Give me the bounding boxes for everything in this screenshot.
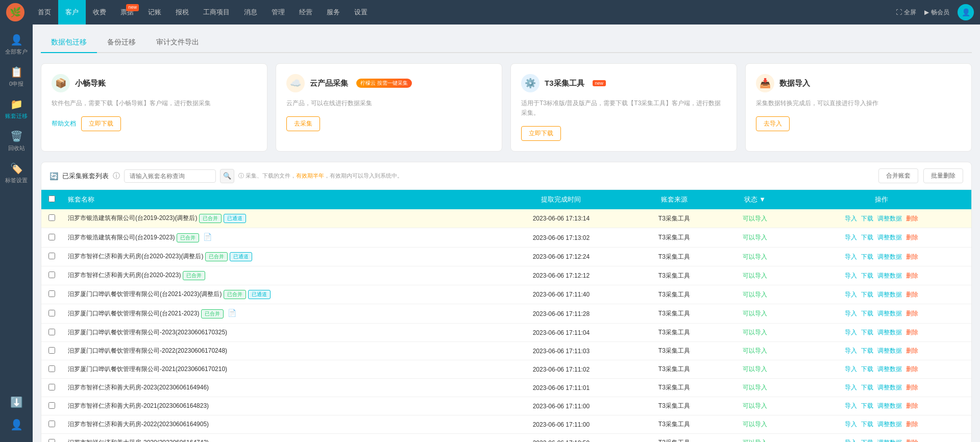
row-checkbox[interactable] <box>48 253 55 259</box>
import-action[interactable]: 导入 <box>845 439 857 442</box>
sidebar-item-all-customers[interactable]: 👤 全部客户 <box>0 29 33 61</box>
card-t3-download-btn[interactable]: 立即下载 <box>521 126 561 141</box>
sidebar-item-download[interactable]: ⬇️ <box>8 391 25 413</box>
nav-operation[interactable]: 经营 <box>292 0 320 24</box>
row-checkbox[interactable] <box>48 290 55 297</box>
card-xiaochang-download-btn[interactable]: 立即下载 <box>81 116 121 131</box>
nav-service[interactable]: 服务 <box>320 0 347 24</box>
row-checkbox[interactable] <box>48 272 55 278</box>
adjust-action[interactable]: 调整数据 <box>877 310 902 317</box>
nav-manage[interactable]: 管理 <box>264 0 292 24</box>
row-checkbox[interactable] <box>48 402 55 409</box>
row-checkbox[interactable] <box>48 234 55 240</box>
select-all-checkbox[interactable] <box>48 195 55 202</box>
adjust-action[interactable]: 调整数据 <box>877 215 902 222</box>
delete-action[interactable]: 删除 <box>906 272 918 279</box>
tab-data-migration[interactable]: 数据包迁移 <box>41 33 97 53</box>
adjust-action[interactable]: 调整数据 <box>877 234 902 241</box>
card-import-go-btn[interactable]: 去导入 <box>756 116 790 131</box>
search-input[interactable] <box>124 169 216 183</box>
import-action[interactable]: 导入 <box>845 365 857 373</box>
download-action[interactable]: 下载 <box>861 329 873 336</box>
download-action[interactable]: 下载 <box>861 215 873 222</box>
batch-delete-button[interactable]: 批量删除 <box>923 168 963 183</box>
row-checkbox[interactable] <box>48 365 55 372</box>
delete-action[interactable]: 删除 <box>906 329 918 336</box>
download-action[interactable]: 下载 <box>861 347 873 354</box>
nav-message[interactable]: 消息 <box>237 0 264 24</box>
download-action[interactable]: 下载 <box>861 421 873 428</box>
adjust-action[interactable]: 调整数据 <box>877 421 902 428</box>
nav-bookkeeping[interactable]: 记账 <box>141 0 168 24</box>
adjust-action[interactable]: 调整数据 <box>877 439 902 442</box>
sidebar-item-zero-report[interactable]: 📋 0申报 <box>0 61 33 93</box>
nav-customer[interactable]: 客户 <box>58 0 86 24</box>
import-action[interactable]: 导入 <box>845 329 857 336</box>
import-action[interactable]: 导入 <box>845 234 857 241</box>
import-action[interactable]: 导入 <box>845 384 857 391</box>
download-action[interactable]: 下载 <box>861 310 873 317</box>
delete-action[interactable]: 删除 <box>906 347 918 354</box>
import-action[interactable]: 导入 <box>845 347 857 354</box>
delete-action[interactable]: 删除 <box>906 215 918 222</box>
import-action[interactable]: 导入 <box>845 253 857 260</box>
nav-invoice[interactable]: 票据 new <box>113 0 141 24</box>
delete-action[interactable]: 删除 <box>906 384 918 391</box>
card-xiaochang-help-link[interactable]: 帮助文档 <box>52 119 76 128</box>
merge-accounts-button[interactable]: 合并账套 <box>878 168 918 183</box>
import-action[interactable]: 导入 <box>845 310 857 317</box>
download-action[interactable]: 下载 <box>861 234 873 241</box>
sidebar-item-account-migration[interactable]: 📁 账套迁移 <box>0 93 33 125</box>
nav-tax[interactable]: 报税 <box>168 0 196 24</box>
row-checkbox[interactable] <box>48 347 55 354</box>
row-checkbox[interactable] <box>48 384 55 390</box>
delete-action[interactable]: 删除 <box>906 291 918 298</box>
import-action[interactable]: 导入 <box>845 291 857 298</box>
adjust-action[interactable]: 调整数据 <box>877 365 902 373</box>
tab-backup-migration[interactable]: 备份迁移 <box>97 33 146 53</box>
download-action[interactable]: 下载 <box>861 253 873 260</box>
delete-action[interactable]: 删除 <box>906 310 918 317</box>
nav-billing[interactable]: 收费 <box>86 0 113 24</box>
row-checkbox[interactable] <box>48 214 55 221</box>
row-checkbox[interactable] <box>48 329 55 335</box>
delete-action[interactable]: 删除 <box>906 365 918 373</box>
download-action[interactable]: 下载 <box>861 439 873 442</box>
sidebar-item-profile[interactable]: 👤 <box>8 413 25 436</box>
refresh-icon[interactable]: 🔄 <box>50 172 58 180</box>
adjust-action[interactable]: 调整数据 <box>877 291 902 298</box>
delete-action[interactable]: 删除 <box>906 234 918 241</box>
nav-settings[interactable]: 设置 <box>347 0 375 24</box>
row-checkbox[interactable] <box>48 439 55 442</box>
adjust-action[interactable]: 调整数据 <box>877 347 902 354</box>
import-action[interactable]: 导入 <box>845 215 857 222</box>
adjust-action[interactable]: 调整数据 <box>877 272 902 279</box>
download-action[interactable]: 下载 <box>861 365 873 373</box>
import-action[interactable]: 导入 <box>845 402 857 409</box>
adjust-action[interactable]: 调整数据 <box>877 253 902 260</box>
adjust-action[interactable]: 调整数据 <box>877 402 902 409</box>
card-cloud-collect-btn[interactable]: 去采集 <box>286 116 320 131</box>
delete-action[interactable]: 删除 <box>906 402 918 409</box>
download-action[interactable]: 下载 <box>861 402 873 409</box>
row-checkbox[interactable] <box>48 310 55 316</box>
nav-home[interactable]: 首页 <box>31 0 58 24</box>
adjust-action[interactable]: 调整数据 <box>877 329 902 336</box>
delete-action[interactable]: 删除 <box>906 421 918 428</box>
info-icon[interactable]: ⓘ <box>113 171 120 181</box>
download-action[interactable]: 下载 <box>861 291 873 298</box>
tab-audit-export[interactable]: 审计文件导出 <box>146 33 209 53</box>
vip-button[interactable]: ▶ 畅会员 <box>924 8 949 17</box>
sidebar-item-recycle[interactable]: 🗑️ 回收站 <box>0 125 33 157</box>
search-button[interactable]: 🔍 <box>220 169 234 183</box>
download-action[interactable]: 下载 <box>861 272 873 279</box>
sidebar-item-tag-settings[interactable]: 🏷️ 标签设置 <box>0 157 33 189</box>
row-checkbox[interactable] <box>48 421 55 427</box>
nav-business[interactable]: 工商项目 <box>196 0 237 24</box>
delete-action[interactable]: 删除 <box>906 439 918 442</box>
adjust-action[interactable]: 调整数据 <box>877 384 902 391</box>
delete-action[interactable]: 删除 <box>906 253 918 260</box>
fullscreen-button[interactable]: ⛶ 全屏 <box>896 8 916 17</box>
user-avatar[interactable]: 👤 <box>958 4 974 20</box>
import-action[interactable]: 导入 <box>845 421 857 428</box>
